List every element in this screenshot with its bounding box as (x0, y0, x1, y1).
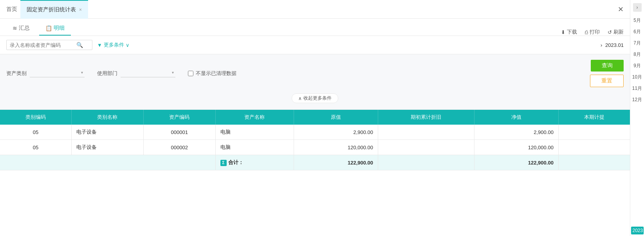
cell-accum-depreciation (378, 125, 474, 140)
asset-category-select-wrap (30, 70, 85, 77)
col-category-code: 类别编码 (0, 110, 72, 125)
summary-row: Σ合计： 122,900.00 122,900.00 (0, 155, 630, 170)
col-asset-name: 资产名称 (215, 110, 294, 125)
table-row: 05 电子设备 000001 电脑 2,900.00 2,900.00 (0, 125, 630, 140)
search-wrap: 🔍 (6, 40, 92, 50)
query-button[interactable]: 查询 (591, 60, 624, 72)
refresh-icon: ↺ (608, 29, 612, 35)
print-button[interactable]: ⎙ 打印 (585, 29, 600, 36)
tab-detail[interactable]: 📋 明细 (39, 21, 71, 36)
cell-accum-depreciation (378, 140, 474, 155)
department-label: 使用部门 (97, 70, 117, 77)
department-select[interactable] (121, 70, 175, 77)
download-button[interactable]: ⬇ 下载 (561, 29, 577, 36)
asset-category-field: 资产类别 (6, 70, 85, 77)
summary-original: 122,900.00 (294, 155, 378, 170)
data-table: 类别编码 类别名称 资产编码 资产名称 原值 期初累计折旧 净值 本期计提 05… (0, 110, 630, 170)
table-row: 05 电子设备 000002 电脑 120,000.00 120,000.00 (0, 140, 630, 155)
collapse-button[interactable]: ∧ 收起更多条件 (292, 93, 338, 103)
cell-net-value: 2,900.00 (474, 125, 558, 140)
table-body: 05 电子设备 000001 电脑 2,900.00 2,900.00 05 电… (0, 125, 630, 170)
col-asset-code: 资产编码 (143, 110, 215, 125)
collapse-btn-wrap: ∧ 收起更多条件 (6, 91, 624, 104)
print-icon: ⎙ (585, 29, 588, 35)
refresh-label: 刷新 (613, 29, 624, 36)
col-original-value: 原值 (294, 110, 378, 125)
sidebar-month-item[interactable]: 6月 (632, 26, 642, 38)
sidebar-month-item[interactable]: 5月 (632, 15, 642, 26)
department-field: 使用部门 (97, 70, 175, 77)
no-cleared-field: 不显示已清理数据 (188, 70, 236, 77)
reset-button[interactable]: 重置 (590, 75, 624, 87)
table-wrap: 类别编码 类别名称 资产编码 资产名称 原值 期初累计折旧 净值 本期计提 05… (0, 110, 630, 236)
date-arrow-icon[interactable]: › (601, 42, 602, 48)
cell-asset-code: 000001 (143, 125, 215, 140)
more-filter-label: 更多条件 (104, 41, 124, 48)
sidebar-month-item[interactable]: 11月 (632, 83, 642, 94)
cell-original-value: 2,900.00 (294, 125, 378, 140)
cell-asset-code: 000002 (143, 140, 215, 155)
download-icon: ⬇ (561, 29, 565, 35)
tab-actions: ⬇ 下载 ⎙ 打印 ↺ 刷新 (561, 29, 624, 36)
month-list: 5月6月7月8月9月10月11月12月 (632, 15, 642, 105)
summary-net: 122,900.00 (474, 155, 558, 170)
date-range-label: › 2023.01 (601, 42, 624, 48)
summary-label-text: Σ合计： (215, 155, 294, 170)
no-cleared-checkbox[interactable] (188, 71, 193, 76)
sidebar-year-label: 2023 (631, 227, 644, 234)
summary-label-cell (0, 155, 215, 170)
asset-category-label: 资产类别 (6, 70, 27, 77)
no-cleared-label: 不显示已清理数据 (196, 70, 236, 77)
chevron-down-icon: ∨ (126, 42, 130, 48)
summary-icon: Σ (220, 160, 227, 166)
tab-bar: ≋ 汇总 📋 明细 ⬇ 下载 ⎙ 打印 ↺ 刷新 (0, 19, 630, 36)
col-current-depreciation: 本期计提 (558, 110, 630, 125)
download-label: 下载 (567, 29, 577, 36)
summary-label: 汇总 (19, 25, 30, 32)
right-sidebar: › 5月6月7月8月9月10月11月12月 2023 (630, 0, 644, 236)
department-select-wrap (121, 70, 175, 77)
col-net-value: 净值 (474, 110, 558, 125)
collapse-label: 收起更多条件 (303, 95, 332, 102)
home-tab[interactable]: 首页 (6, 6, 17, 13)
sidebar-month-item[interactable]: 8月 (632, 49, 642, 60)
more-filter-button[interactable]: ▼ 更多条件 ∨ (97, 41, 130, 48)
cell-category-code: 05 (0, 125, 72, 140)
window-close-button[interactable]: ✕ (618, 5, 624, 14)
cell-net-value: 120,000.00 (474, 140, 558, 155)
tab-title: 固定资产折旧统计表 (27, 6, 76, 13)
summary-accum (378, 155, 474, 170)
filter-icon: ▼ (97, 42, 102, 48)
adv-filter-actions: 查询 重置 (590, 60, 624, 87)
search-input[interactable] (10, 42, 76, 48)
cell-asset-name: 电脑 (215, 125, 294, 140)
detail-label: 明细 (54, 25, 65, 32)
cell-category-name: 电子设备 (72, 140, 144, 155)
refresh-button[interactable]: ↺ 刷新 (608, 29, 624, 36)
cell-asset-name: 电脑 (215, 140, 294, 155)
active-tab[interactable]: 固定资产折旧统计表 × (20, 0, 88, 19)
cell-current-depreciation (558, 125, 630, 140)
tab-summary[interactable]: ≋ 汇总 (6, 21, 36, 36)
sidebar-month-item[interactable]: 7月 (632, 38, 642, 49)
close-tab-button[interactable]: × (79, 7, 82, 13)
top-nav: 首页 固定资产折旧统计表 × ✕ (0, 0, 630, 19)
adv-filter-row: 资产类别 使用部门 不显示已清理数据 (6, 60, 624, 87)
filter-bar: 🔍 ▼ 更多条件 ∨ › 2023.01 (0, 36, 630, 54)
summary-current (558, 155, 630, 170)
search-icon[interactable]: 🔍 (76, 42, 83, 48)
sidebar-month-item[interactable]: 10月 (632, 72, 642, 83)
date-value: 2023.01 (605, 42, 624, 48)
sidebar-collapse-arrow[interactable]: › (633, 3, 642, 12)
collapse-up-icon: ∧ (298, 96, 302, 101)
col-accum-depreciation: 期初累计折旧 (378, 110, 474, 125)
print-label: 打印 (590, 29, 600, 36)
asset-category-select[interactable] (30, 70, 85, 77)
col-category-name: 类别名称 (72, 110, 144, 125)
cell-current-depreciation (558, 140, 630, 155)
sidebar-month-item[interactable]: 12月 (632, 94, 642, 105)
cell-category-code: 05 (0, 140, 72, 155)
sidebar-month-item[interactable]: 9月 (632, 60, 642, 72)
detail-icon: 📋 (45, 25, 52, 31)
cell-original-value: 120,000.00 (294, 140, 378, 155)
